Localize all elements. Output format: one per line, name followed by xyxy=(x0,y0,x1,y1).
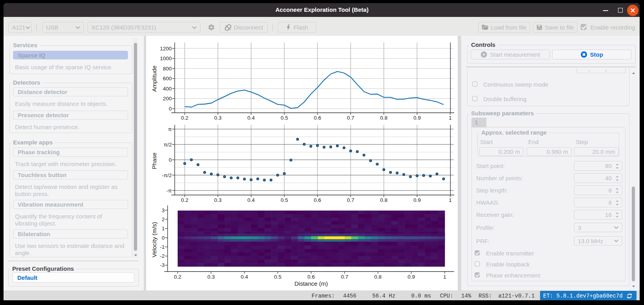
svg-text:0.7: 0.7 xyxy=(341,274,348,280)
svg-text:0.8: 0.8 xyxy=(380,115,388,121)
svg-text:0.4: 0.4 xyxy=(247,115,255,121)
svg-text:-3: -3 xyxy=(160,262,165,268)
svg-text:Amplitude: Amplitude xyxy=(151,66,158,92)
svg-text:0.3: 0.3 xyxy=(214,115,222,121)
svg-text:0.4: 0.4 xyxy=(247,197,255,203)
svg-text:0: 0 xyxy=(169,106,172,112)
svg-text:-π/2: -π/2 xyxy=(162,172,172,178)
svg-text:0: 0 xyxy=(169,157,172,163)
svg-text:1: 1 xyxy=(161,226,165,231)
svg-text:π/2: π/2 xyxy=(163,142,172,148)
svg-text:0.2: 0.2 xyxy=(174,274,182,280)
svg-text:1: 1 xyxy=(449,197,452,203)
svg-text:600: 600 xyxy=(163,76,172,81)
svg-text:0.2: 0.2 xyxy=(181,197,189,203)
svg-text:1200: 1200 xyxy=(160,46,172,52)
svg-text:0.9: 0.9 xyxy=(413,115,421,121)
svg-text:-π: -π xyxy=(166,188,172,194)
svg-text:0.3: 0.3 xyxy=(214,197,222,203)
svg-text:-1: -1 xyxy=(160,244,165,250)
svg-text:0: 0 xyxy=(161,235,165,241)
svg-text:0.6: 0.6 xyxy=(314,115,321,121)
svg-text:π: π xyxy=(168,126,172,132)
svg-text:800: 800 xyxy=(163,66,172,72)
svg-text:Velocity (m/s): Velocity (m/s) xyxy=(151,222,158,257)
svg-text:1000: 1000 xyxy=(160,55,172,61)
svg-text:1: 1 xyxy=(443,274,446,280)
svg-text:Phase: Phase xyxy=(151,153,158,170)
svg-text:0.3: 0.3 xyxy=(207,274,215,280)
svg-text:1: 1 xyxy=(449,115,452,121)
svg-text:0.9: 0.9 xyxy=(408,274,415,280)
svg-text:0.8: 0.8 xyxy=(374,274,382,280)
svg-text:0.5: 0.5 xyxy=(280,197,288,203)
svg-text:400: 400 xyxy=(163,86,172,92)
svg-text:0.5: 0.5 xyxy=(274,274,282,280)
svg-text:3: 3 xyxy=(161,207,165,213)
svg-text:0.8: 0.8 xyxy=(380,197,388,203)
svg-text:0.5: 0.5 xyxy=(280,115,288,121)
svg-text:0.2: 0.2 xyxy=(181,115,189,121)
svg-text:0.9: 0.9 xyxy=(413,197,421,203)
svg-text:0.7: 0.7 xyxy=(347,197,354,203)
svg-text:0.4: 0.4 xyxy=(241,274,248,280)
svg-text:2: 2 xyxy=(161,216,165,222)
svg-text:0.7: 0.7 xyxy=(347,115,354,121)
svg-text:Distance (m): Distance (m) xyxy=(294,280,328,287)
svg-text:-2: -2 xyxy=(160,253,165,259)
svg-text:200: 200 xyxy=(163,96,172,102)
svg-text:0.6: 0.6 xyxy=(314,197,321,203)
svg-text:0.6: 0.6 xyxy=(308,274,315,280)
